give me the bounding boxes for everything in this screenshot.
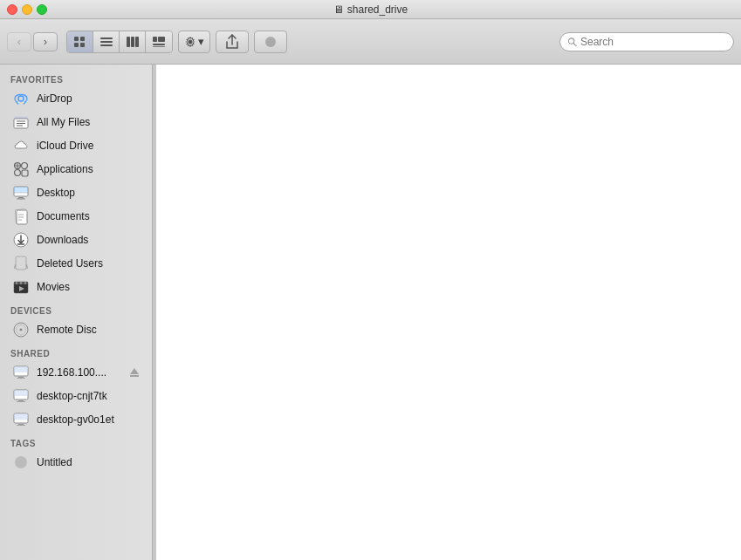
tags-header: Tags xyxy=(0,432,152,450)
search-icon xyxy=(567,37,577,47)
svg-rect-12 xyxy=(153,44,165,45)
svg-rect-13 xyxy=(153,46,165,47)
svg-rect-33 xyxy=(17,199,25,200)
svg-rect-61 xyxy=(17,401,25,402)
svg-rect-59 xyxy=(14,390,28,396)
shared-header: Shared xyxy=(0,342,152,360)
svg-rect-6 xyxy=(100,44,113,46)
svg-rect-42 xyxy=(16,256,26,270)
svg-rect-8 xyxy=(131,37,134,47)
traffic-lights xyxy=(7,4,47,15)
title-text: shared_drive xyxy=(347,3,408,16)
cover-flow-icon xyxy=(152,36,166,48)
maximize-button[interactable] xyxy=(37,4,47,15)
ip-computer-icon xyxy=(12,364,30,381)
sidebar-item-all-my-files[interactable]: All My Files xyxy=(3,111,148,133)
applications-icon xyxy=(12,160,30,178)
svg-rect-63 xyxy=(14,413,28,420)
sidebar-item-desktop-cnjt7tk[interactable]: desktop-cnjt7tk xyxy=(3,385,148,407)
svg-rect-46 xyxy=(20,282,22,284)
svg-rect-60 xyxy=(18,400,24,401)
airdrop-label: AirDrop xyxy=(37,92,72,105)
svg-rect-45 xyxy=(16,282,17,284)
list-view-button[interactable] xyxy=(93,31,120,52)
svg-rect-57 xyxy=(130,375,139,377)
svg-rect-31 xyxy=(14,187,28,193)
sidebar-item-icloud[interactable]: iCloud Drive xyxy=(3,134,148,157)
svg-rect-4 xyxy=(100,38,113,39)
sidebar-item-movies[interactable]: Movies xyxy=(3,276,148,298)
svg-rect-55 xyxy=(17,378,25,379)
sidebar-item-documents[interactable]: Documents xyxy=(3,205,148,228)
main-content: Favorites AirDrop xyxy=(0,65,741,560)
column-view-icon xyxy=(126,36,140,48)
gear-icon xyxy=(184,36,196,48)
sidebar-item-desktop[interactable]: Desktop xyxy=(3,181,148,204)
share-button[interactable] xyxy=(216,31,249,53)
all-my-files-label: All My Files xyxy=(37,116,90,128)
share-icon xyxy=(225,34,239,50)
column-view-button[interactable] xyxy=(120,31,146,52)
svg-rect-1 xyxy=(80,37,85,41)
remote-disc-label: Remote Disc xyxy=(37,324,97,336)
toolbar: ‹ › xyxy=(0,19,741,65)
search-input[interactable] xyxy=(580,36,726,48)
svg-line-17 xyxy=(573,43,576,45)
svg-point-15 xyxy=(265,37,276,47)
sidebar-item-ip[interactable]: 192.168.100.... xyxy=(3,361,148,384)
nav-buttons: ‹ › xyxy=(7,32,58,51)
svg-rect-3 xyxy=(80,43,85,47)
cover-flow-button[interactable] xyxy=(146,31,172,52)
desktop-gv0o1et-icon xyxy=(12,411,30,428)
sidebar-item-deleted-users[interactable]: Deleted Users xyxy=(3,252,148,275)
deleted-users-icon xyxy=(12,255,30,272)
downloads-icon xyxy=(12,231,30,249)
sidebar-item-untitled-tag[interactable]: Untitled xyxy=(3,451,148,474)
svg-rect-9 xyxy=(135,37,139,47)
sidebar-item-applications[interactable]: Applications xyxy=(3,158,148,181)
desktop-cnjt7tk-label: desktop-cnjt7tk xyxy=(37,390,107,402)
forward-button[interactable]: › xyxy=(33,32,58,51)
eject-icon xyxy=(129,367,140,378)
sidebar-item-remote-disc[interactable]: Remote Disc xyxy=(3,318,148,341)
tag-button[interactable] xyxy=(254,31,287,53)
favorites-header: Favorites xyxy=(0,68,152,86)
svg-rect-0 xyxy=(74,37,79,41)
svg-point-14 xyxy=(189,39,193,44)
svg-rect-65 xyxy=(17,425,25,426)
desktop-gv0o1et-label: desktop-gv0o1et xyxy=(37,413,114,426)
window-title: 🖥 shared_drive xyxy=(333,3,408,16)
icon-view-icon xyxy=(73,36,87,48)
untitled-tag-icon xyxy=(12,454,30,471)
svg-rect-2 xyxy=(74,43,79,47)
sidebar-item-downloads[interactable]: Downloads xyxy=(3,229,148,251)
devices-header: Devices xyxy=(0,299,152,318)
all-my-files-icon xyxy=(12,113,30,131)
svg-rect-54 xyxy=(18,377,24,378)
desktop-label: Desktop xyxy=(37,187,75,199)
ip-label: 192.168.100.... xyxy=(37,366,106,379)
documents-label: Documents xyxy=(37,210,90,222)
minimize-button[interactable] xyxy=(22,4,32,15)
airdrop-icon xyxy=(12,90,30,107)
svg-point-51 xyxy=(20,329,23,331)
sidebar-item-desktop-gv0o1et[interactable]: desktop-gv0o1et xyxy=(3,408,148,431)
svg-point-66 xyxy=(15,456,27,468)
svg-rect-47 xyxy=(24,282,26,284)
svg-point-18 xyxy=(18,96,24,101)
sidebar-item-airdrop[interactable]: AirDrop xyxy=(3,87,148,110)
close-button[interactable] xyxy=(7,4,17,15)
arrange-button[interactable]: ▾ xyxy=(178,31,210,53)
list-view-icon xyxy=(99,36,113,48)
svg-rect-29 xyxy=(22,170,28,176)
svg-rect-11 xyxy=(158,37,165,42)
icon-view-button[interactable] xyxy=(67,31,93,52)
icloud-icon xyxy=(12,137,30,154)
search-box[interactable] xyxy=(559,32,734,51)
untitled-tag-label: Untitled xyxy=(37,456,72,468)
svg-marker-56 xyxy=(130,368,139,374)
applications-label: Applications xyxy=(37,163,93,175)
file-area xyxy=(156,65,741,560)
movies-icon xyxy=(12,278,30,296)
back-button[interactable]: ‹ xyxy=(7,32,31,51)
